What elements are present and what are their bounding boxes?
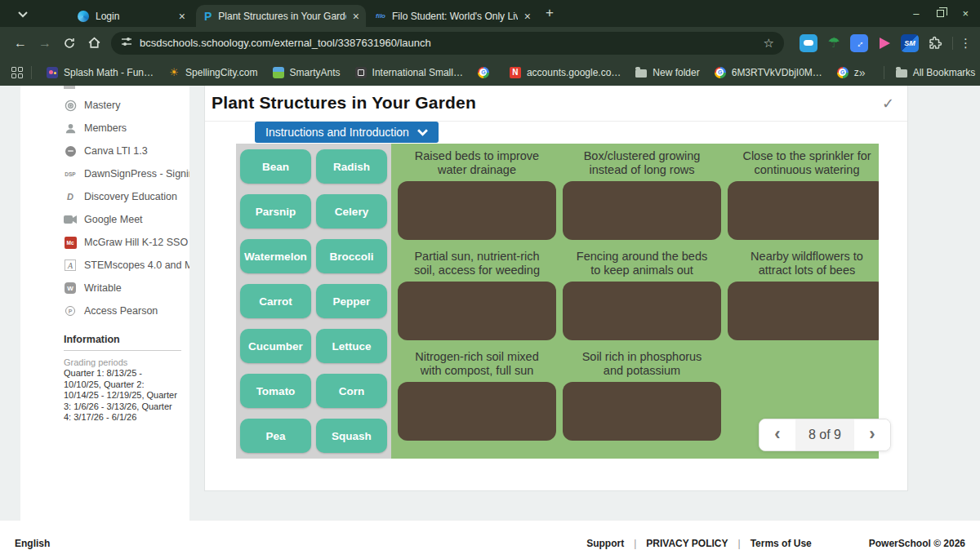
new-tab-button[interactable]: + <box>546 5 554 21</box>
clue-text: Nearby wildflowers toattract lots of bee… <box>728 248 879 279</box>
plant-tile-carrot[interactable]: Carrot <box>240 284 311 318</box>
bookmark-item[interactable]: z <box>837 67 859 78</box>
extension-umbrella-icon[interactable]: ☂ <box>825 34 843 52</box>
assignment-card: Plant Structures in Your Garden ✓ Instru… <box>204 86 908 491</box>
sidebar-item-mcgraw[interactable]: Mc McGraw Hill K-12 SSO <box>20 231 189 254</box>
plant-tile-bean[interactable]: Bean <box>240 149 311 184</box>
plant-tile-celery[interactable]: Celery <box>316 194 387 228</box>
window-close-button[interactable]: × <box>962 7 969 20</box>
folder-icon <box>896 69 907 78</box>
google-icon <box>478 67 489 78</box>
grading-periods-text: Quarter 1: 8/13/25 - 10/10/25, Quarter 2… <box>64 368 181 424</box>
next-page-button[interactable]: › <box>854 419 890 450</box>
classlink-icon <box>78 11 89 22</box>
drop-zone[interactable] <box>563 282 721 340</box>
plant-tile-corn[interactable]: Corn <box>316 374 387 408</box>
bookmark-item[interactable]: SmartyAnts <box>273 67 341 78</box>
tab-close-icon[interactable]: × <box>179 10 185 23</box>
clue-cell: Raised beds to improvewater drainage <box>398 148 556 240</box>
target-icon <box>64 99 77 112</box>
bookmark-item[interactable] <box>478 67 495 78</box>
person-icon <box>64 122 77 135</box>
all-bookmarks-button[interactable]: All Bookmarks <box>896 67 976 78</box>
camera-icon <box>64 213 77 226</box>
bookmark-item[interactable]: ☀ SpellingCity.com <box>168 67 257 78</box>
sidebar-item-pearson[interactable]: P Access Pearson <box>20 299 189 322</box>
bookmark-item[interactable]: N accounts.google.co… <box>510 67 621 78</box>
plant-tile-parsnip[interactable]: Parsnip <box>240 194 311 228</box>
plant-tile-lettuce[interactable]: Lettuce <box>316 329 387 363</box>
prev-page-button[interactable]: ‹ <box>760 419 795 450</box>
drop-zone[interactable] <box>563 181 721 240</box>
extension-cloud-icon[interactable] <box>800 34 817 52</box>
splashmath-icon <box>47 67 58 78</box>
clue-text: Box/clustered growinginstead of long row… <box>563 148 721 179</box>
tab-title: Filo Student: World's Only Live I <box>392 11 518 22</box>
home-button[interactable] <box>82 31 106 55</box>
tab-plant-structures[interactable]: P Plant Structures in Your Garden × <box>196 5 366 27</box>
url-text[interactable]: bcsdschools.schoology.com/external_tool/… <box>140 37 756 49</box>
plant-tile-watermelon[interactable]: Watermelon <box>240 239 311 273</box>
plant-tile-tomato[interactable]: Tomato <box>240 374 311 408</box>
minimize-button[interactable]: – <box>913 7 919 20</box>
plant-tile-squash[interactable]: Squash <box>316 419 387 453</box>
assignment-header: Plant Structures in Your Garden ✓ <box>205 86 907 122</box>
plant-tile-pea[interactable]: Pea <box>240 419 311 453</box>
extension-resize-icon[interactable]: ↔ <box>850 34 868 52</box>
sidebar-item-members[interactable]: Members <box>20 117 189 140</box>
instructions-button[interactable]: Instructions and Introduction <box>255 122 439 143</box>
drop-zone[interactable] <box>398 282 556 340</box>
terms-of-use-link[interactable]: Terms of Use <box>751 538 812 549</box>
url-bar[interactable]: bcsdschools.schoology.com/external_tool/… <box>111 32 784 55</box>
plant-tile-radish[interactable]: Radish <box>316 149 387 184</box>
bookmarks-overflow-icon[interactable]: » <box>859 66 866 79</box>
extension-arrow-icon[interactable] <box>875 34 893 52</box>
plant-tile-pepper[interactable]: Pepper <box>316 284 387 318</box>
bookmark-folder[interactable]: New folder <box>635 67 699 78</box>
drop-zone[interactable] <box>563 382 721 441</box>
plant-tile-cucumber[interactable]: Cucumber <box>240 329 311 363</box>
sidebar-item-canva[interactable]: Canva LTI 1.3 <box>20 140 189 162</box>
sidebar-item-discovery[interactable]: D Discovery Education <box>20 185 189 208</box>
plant-tile-broccoli[interactable]: Broccoli <box>316 239 387 273</box>
filo-icon: filo <box>376 12 385 20</box>
support-link[interactable]: Support <box>586 538 624 549</box>
clue-text: Raised beds to improvewater drainage <box>398 148 556 179</box>
sidebar-item-stemscopes[interactable]: A STEMscopes 4.0 and M… <box>20 254 189 277</box>
tab-close-icon[interactable]: × <box>524 10 531 23</box>
drop-zone[interactable] <box>728 282 879 340</box>
sidebar-item-writable[interactable]: W Writable <box>20 277 189 299</box>
tab-search-icon[interactable] <box>18 7 28 21</box>
sidebar-item-mastery[interactable]: Mastery <box>20 94 189 117</box>
canva-icon <box>64 144 77 157</box>
back-button[interactable]: ← <box>8 31 33 55</box>
clue-cell: Nitrogen-rich soil mixedwith compost, fu… <box>398 348 556 441</box>
restore-button[interactable] <box>937 10 944 17</box>
extensions-puzzle-icon[interactable] <box>926 34 944 52</box>
grading-periods-label: Grading periods <box>64 357 181 367</box>
drop-zone[interactable] <box>728 181 879 240</box>
sidebar-item-google-meet[interactable]: Google Meet <box>20 208 189 231</box>
drop-zone[interactable] <box>398 382 556 441</box>
bookmark-star-icon[interactable]: ☆ <box>764 36 774 51</box>
bookmark-item[interactable]: 6M3RTVkVDbjI0M… <box>715 67 822 78</box>
apps-grid-icon[interactable] <box>11 67 23 78</box>
bookmark-item[interactable]: Splash Math - Fun… <box>47 67 154 78</box>
forward-button[interactable]: → <box>33 31 57 55</box>
extension-sm-icon[interactable]: SM <box>901 34 919 52</box>
browser-menu-icon[interactable]: ⋮ <box>960 36 972 51</box>
drop-zone[interactable] <box>398 181 556 240</box>
sidebar-item-dawnsignpress[interactable]: DSP DawnSignPress - Signin… <box>20 162 189 185</box>
course-sidebar: Mastery Members Canva LTI 1.3 DSP DawnSi… <box>20 86 189 521</box>
google-icon <box>715 67 726 78</box>
page-title: Plant Structures in Your Garden <box>212 93 476 113</box>
tab-filo-student[interactable]: filo Filo Student: World's Only Live I × <box>368 5 537 27</box>
privacy-policy-link[interactable]: PRIVACY POLICY <box>646 538 728 549</box>
site-settings-icon[interactable] <box>121 36 132 51</box>
tab-login[interactable]: Login × <box>69 5 192 27</box>
tab-close-icon[interactable]: × <box>353 10 359 23</box>
chevron-down-icon <box>417 129 428 136</box>
bookmark-item[interactable]: International Small… <box>355 67 463 78</box>
reload-button[interactable] <box>57 31 82 55</box>
language-selector[interactable]: English <box>15 538 50 549</box>
